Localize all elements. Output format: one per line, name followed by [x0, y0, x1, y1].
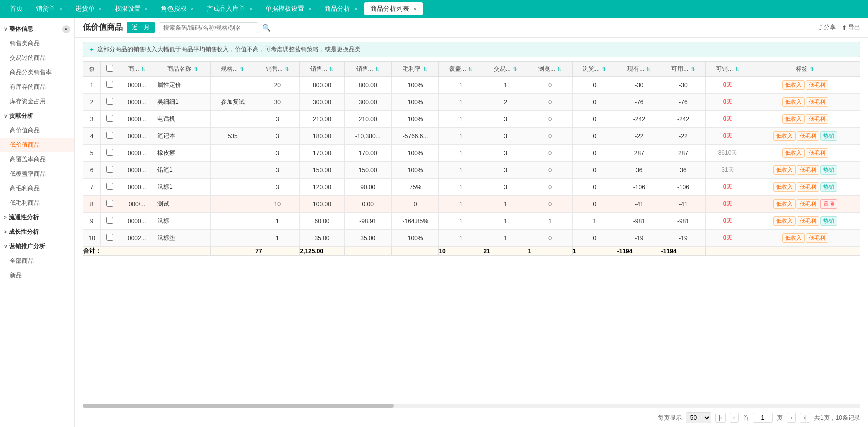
sidebar-item-high-value[interactable]: 高价值商品 [0, 123, 74, 138]
row-checkbox[interactable] [101, 196, 119, 213]
select-all-checkbox[interactable] [106, 65, 113, 72]
row-select-checkbox[interactable] [106, 217, 113, 224]
sort-icon[interactable]: ⇅ [691, 66, 695, 72]
sort-icon[interactable]: ⇅ [602, 66, 606, 72]
sidebar-item-in-stock[interactable]: 有库存的商品 [0, 80, 74, 94]
row-select-checkbox[interactable] [106, 98, 113, 105]
sidebar-item-category-rate[interactable]: 商品分类销售率 [0, 65, 74, 80]
row-checkbox[interactable] [101, 230, 119, 247]
sidebar-item-new-products[interactable]: 新品 [0, 268, 74, 283]
nav-product-in[interactable]: 产成品入库单 × [201, 2, 258, 15]
sort-icon[interactable]: ⇅ [735, 66, 739, 72]
browse-link[interactable]: 0 [548, 133, 552, 140]
close-icon[interactable]: × [308, 6, 311, 12]
first-page-button[interactable]: |‹ [715, 413, 726, 423]
sidebar-item-high-margin[interactable]: 高毛利商品 [0, 181, 74, 196]
col-checkbox[interactable] [101, 62, 119, 77]
browse-link[interactable]: 0 [548, 99, 552, 106]
row-browse1[interactable]: 0 [528, 94, 572, 111]
sort-icon[interactable]: ⇅ [194, 66, 198, 72]
row-select-checkbox[interactable] [106, 132, 113, 139]
collapse-btn[interactable]: « [62, 25, 70, 33]
row-select-checkbox[interactable] [106, 81, 113, 88]
nav-purchase[interactable]: 进货单 × [69, 2, 108, 15]
row-browse1[interactable]: 0 [528, 77, 572, 94]
sidebar-group-contribution[interactable]: ∨ 贡献分析 [0, 109, 74, 123]
browse-link[interactable]: 0 [548, 201, 552, 208]
sort-icon[interactable]: ⇅ [513, 66, 517, 72]
sort-icon[interactable]: ⇅ [423, 66, 427, 72]
browse-link[interactable]: 0 [548, 82, 552, 89]
row-checkbox[interactable] [101, 111, 119, 128]
row-select-checkbox[interactable] [106, 115, 113, 122]
row-checkbox[interactable] [101, 213, 119, 230]
sidebar-item-high-coverage[interactable]: 高覆盖率商品 [0, 152, 74, 167]
sidebar-item-sales-products[interactable]: 销售类商品 [0, 36, 74, 51]
nav-analysis[interactable]: 商品分析 × [318, 2, 363, 15]
close-icon[interactable]: × [145, 6, 148, 12]
row-checkbox[interactable] [101, 145, 119, 162]
close-icon[interactable]: × [191, 6, 194, 12]
sidebar-item-traded[interactable]: 交易过的商品 [0, 51, 74, 65]
close-icon[interactable]: × [354, 6, 357, 12]
sidebar-group-marketing[interactable]: ∨ 营销推广分析 [0, 239, 74, 254]
nav-permission[interactable]: 权限设置 × [109, 2, 154, 15]
row-checkbox[interactable] [101, 128, 119, 145]
row-select-checkbox[interactable] [106, 234, 113, 241]
table-container[interactable]: ⚙ 商... ⇅ 商品名称 ⇅ 规格... ⇅ 销售... ⇅ 销售... ⇅ … [75, 61, 868, 404]
filter-recent-month-button[interactable]: 近一月 [127, 22, 155, 33]
browse-link[interactable]: 1 [548, 218, 552, 225]
prev-page-button[interactable]: ‹ [730, 413, 739, 423]
row-browse1[interactable]: 0 [528, 128, 572, 145]
sort-icon[interactable]: ⇅ [141, 66, 145, 72]
browse-link[interactable]: 0 [548, 116, 552, 123]
sidebar-group-growth[interactable]: > 成长性分析 [0, 225, 74, 239]
search-input[interactable] [159, 22, 258, 33]
page-input[interactable] [753, 413, 773, 423]
page-size-select[interactable]: 50 100 200 [686, 412, 711, 423]
sidebar-item-low-value[interactable]: 低价值商品 [0, 138, 74, 152]
row-browse1[interactable]: 0 [528, 145, 572, 162]
close-icon[interactable]: × [99, 6, 102, 12]
sort-icon[interactable]: ⇅ [329, 66, 333, 72]
next-page-button[interactable]: › [787, 413, 796, 423]
row-browse1[interactable]: 0 [528, 179, 572, 196]
row-select-checkbox[interactable] [106, 149, 113, 156]
row-browse1[interactable]: 0 [528, 230, 572, 247]
settings-icon[interactable]: ⚙ [89, 65, 95, 73]
row-select-checkbox[interactable] [106, 166, 113, 173]
browse-link[interactable]: 0 [548, 167, 552, 174]
sidebar-group-circulation[interactable]: > 流通性分析 [0, 210, 74, 225]
row-checkbox[interactable] [101, 162, 119, 179]
browse-link[interactable]: 0 [548, 150, 552, 157]
search-icon[interactable]: 🔍 [262, 24, 271, 32]
row-browse1[interactable]: 1 [528, 213, 572, 230]
col-gear[interactable]: ⚙ [83, 62, 101, 77]
nav-home[interactable]: 首页 [4, 2, 29, 15]
sort-icon[interactable]: ⇅ [810, 66, 814, 72]
browse-link[interactable]: 0 [548, 184, 552, 191]
sort-icon[interactable]: ⇅ [468, 66, 472, 72]
sort-icon[interactable]: ⇅ [375, 66, 379, 72]
share-button[interactable]: ⤴ 分享 [819, 23, 836, 32]
row-select-checkbox[interactable] [106, 200, 113, 207]
row-browse1[interactable]: 0 [528, 111, 572, 128]
horizontal-scrollbar[interactable] [83, 404, 860, 408]
browse-link[interactable]: 0 [548, 235, 552, 242]
sidebar-item-stock-capital[interactable]: 库存资金占用 [0, 94, 74, 109]
sort-icon[interactable]: ⇅ [240, 66, 244, 72]
export-button[interactable]: ⬆ 导出 [842, 23, 860, 32]
sort-icon[interactable]: ⇅ [285, 66, 289, 72]
row-checkbox[interactable] [101, 94, 119, 111]
nav-role[interactable]: 角色授权 × [155, 2, 200, 15]
sidebar-item-all-products[interactable]: 全部商品 [0, 254, 74, 268]
row-select-checkbox[interactable] [106, 183, 113, 190]
scroll-thumb[interactable] [83, 404, 394, 408]
nav-template[interactable]: 单据模板设置 × [259, 2, 317, 15]
close-icon[interactable]: × [413, 6, 416, 12]
close-icon[interactable]: × [59, 6, 62, 12]
sidebar-item-low-margin[interactable]: 低毛利商品 [0, 196, 74, 210]
row-checkbox[interactable] [101, 179, 119, 196]
nav-analysis-list[interactable]: 商品分析列表 × [364, 2, 422, 15]
row-browse1[interactable]: 0 [528, 196, 572, 213]
